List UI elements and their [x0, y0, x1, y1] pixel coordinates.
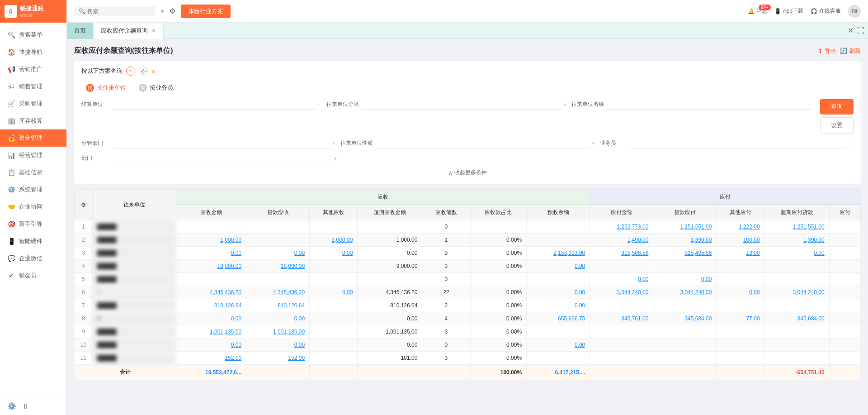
sidebar-item-hardware[interactable]: 📱 智能硬件: [0, 233, 66, 250]
table-cell-name[interactable]: █████: [93, 299, 176, 312]
table-cell-name[interactable]: █████: [93, 260, 176, 273]
gear-icon[interactable]: ⚙: [169, 7, 175, 15]
table-cell[interactable]: 345,684.00: [653, 312, 717, 325]
sidebar-item-purchase[interactable]: 🛒 采购管理: [0, 95, 66, 112]
export-button[interactable]: ⬆ 导出: [818, 47, 836, 55]
table-cell[interactable]: 655,636.75: [527, 312, 590, 325]
unit-name-input[interactable]: [606, 99, 811, 110]
sidebar-item-sales[interactable]: 🏷 销售管理: [0, 78, 66, 95]
search-input[interactable]: [87, 8, 151, 14]
dept-input[interactable]: [113, 153, 332, 163]
settlement-unit-dots[interactable]: ···: [316, 101, 321, 108]
table-cell[interactable]: 0.00: [527, 299, 590, 312]
dropdown-arrow-icon[interactable]: ▾: [161, 8, 164, 14]
sidebar-item-search[interactable]: 🔍 搜索菜单: [0, 26, 66, 43]
settings-bottom-icon[interactable]: ⚙️: [7, 402, 16, 410]
unit-category-input[interactable]: [361, 99, 561, 110]
sidebar-item-system[interactable]: ⚙️ 系统管理: [0, 181, 66, 198]
sidebar-item-enterprise[interactable]: 🤝 企业协同: [0, 198, 66, 215]
sidebar-item-finance[interactable]: 💰 资金管理: [0, 129, 66, 147]
table-cell[interactable]: 0.00: [310, 286, 358, 299]
table-gear-icon[interactable]: ⚙: [81, 202, 86, 208]
online-service-link[interactable]: 🎧 在线客服: [811, 7, 841, 15]
table-cell[interactable]: 1,251,551.00: [764, 220, 829, 234]
table-cell[interactable]: 1,252,773.00: [590, 220, 653, 234]
user-avatar-area[interactable]: Rit: [848, 5, 861, 18]
table-cell[interactable]: 13.00: [717, 247, 764, 260]
table-cell[interactable]: 0.00: [590, 273, 653, 286]
sidebar-item-quicknav[interactable]: 🏠 快捷导航: [0, 43, 66, 61]
table-cell[interactable]: 2,153,333.00: [527, 247, 590, 260]
unit-category-dropdown-icon[interactable]: ▾: [563, 101, 566, 108]
table-cell[interactable]: 1,000.00: [310, 234, 358, 247]
department-input[interactable]: [113, 138, 330, 148]
table-cell[interactable]: 4,345,436.20: [246, 286, 310, 299]
table-cell[interactable]: 0.00: [176, 312, 246, 325]
unit-nature-input[interactable]: [375, 138, 590, 148]
table-cell[interactable]: 1,000.00: [176, 234, 246, 247]
table-cell-name[interactable]: █████: [93, 325, 176, 339]
sidebar-item-operations[interactable]: 📊 经营管理: [0, 147, 66, 164]
table-cell[interactable]: 0.00: [310, 247, 358, 260]
table-cell[interactable]: 3,044,240.00: [764, 286, 829, 299]
table-cell-name[interactable]: █████: [93, 339, 176, 352]
table-cell-name[interactable]: █████: [93, 220, 176, 234]
table-cell[interactable]: 0.00: [527, 260, 590, 273]
table-cell[interactable]: 810,126.64: [176, 299, 246, 312]
table-cell[interactable]: 1,251,551.00: [653, 220, 717, 234]
table-cell[interactable]: 0.00: [527, 339, 590, 352]
table-cell[interactable]: 915,508.56: [590, 247, 653, 260]
sidebar-item-member[interactable]: ✔ 畅会员: [0, 267, 66, 284]
setting-button[interactable]: 设置: [820, 117, 854, 134]
salesman-dots[interactable]: ···: [848, 140, 854, 147]
sidebar-item-guide[interactable]: 🎯 新手引导: [0, 215, 66, 233]
tab-receivable[interactable]: 应收应付余额查询 ✕: [94, 23, 164, 39]
sidebar-item-inventory[interactable]: 🏢 库存核算: [0, 112, 66, 129]
collapse-more-btn[interactable]: ∧ 收起更多条件: [81, 167, 854, 178]
table-cell-name[interactable]: █████: [93, 247, 176, 260]
unit-nature-dropdown-icon[interactable]: ▾: [592, 140, 594, 147]
tab-expand-icon[interactable]: ⛶: [857, 27, 864, 35]
table-cell-name[interactable]: ^: [93, 286, 176, 299]
table-cell-name[interactable]: █████: [93, 352, 176, 365]
table-cell[interactable]: 152.00: [176, 352, 246, 365]
table-cell[interactable]: 1,390.00: [764, 234, 829, 247]
table-cell[interactable]: 1,001,135.00: [246, 325, 310, 339]
table-cell[interactable]: 1,001,135.00: [176, 325, 246, 339]
tab-home[interactable]: 首页: [67, 23, 94, 39]
salesman-input[interactable]: [631, 138, 847, 148]
table-cell[interactable]: 0.00: [176, 339, 246, 352]
table-cell[interactable]: 18,000.00: [246, 260, 310, 273]
table-cell[interactable]: 345,761.00: [590, 312, 653, 325]
table-cell[interactable]: 0.00: [176, 247, 246, 260]
table-cell[interactable]: 4,345,436.20: [176, 286, 246, 299]
table-cell[interactable]: 0.00: [527, 286, 590, 299]
table-container[interactable]: ⚙ 往来单位 应收 应付 应收金额 贷款应收 其他应收 超期应收金额 应收笔数 …: [74, 189, 861, 380]
settlement-unit-input[interactable]: [113, 99, 314, 110]
table-cell-name[interactable]: █████: [93, 234, 176, 247]
table-cell[interactable]: 0.00: [653, 273, 717, 286]
table-cell[interactable]: 915,495.56: [653, 247, 717, 260]
tab-close-all-icon[interactable]: ✕: [848, 26, 854, 35]
table-cell[interactable]: 100.00: [717, 234, 764, 247]
sidebar-item-wechat[interactable]: 💬 企业微信: [0, 250, 66, 267]
tab-close-icon[interactable]: ✕: [151, 28, 156, 34]
table-cell[interactable]: 810,126.64: [246, 299, 310, 312]
table-cell-name[interactable]: P: [93, 312, 176, 325]
table-cell[interactable]: 1,222.00: [717, 220, 764, 234]
scheme-by-salesman[interactable]: 按 按业务员: [134, 81, 178, 95]
filter-setting-icon[interactable]: ◎: [139, 67, 148, 76]
table-cell[interactable]: 345,684.00: [764, 312, 829, 325]
filter-add-button[interactable]: +: [126, 67, 135, 76]
filter-collapse-icon[interactable]: «: [151, 67, 155, 75]
table-cell[interactable]: 3,044,240.00: [590, 286, 653, 299]
header-search-box[interactable]: 🔍: [74, 6, 156, 16]
table-cell[interactable]: 0.00: [246, 312, 310, 325]
table-cell[interactable]: 1,490.00: [590, 234, 653, 247]
department-dropdown-icon[interactable]: ▾: [332, 140, 335, 147]
collapse-icon[interactable]: ⏸: [22, 402, 29, 410]
table-cell[interactable]: 0.00: [717, 286, 764, 299]
table-cell[interactable]: 0.00: [764, 247, 829, 260]
sidebar-item-marketing[interactable]: 📢 营销推广: [0, 61, 66, 78]
sidebar-item-basic[interactable]: 📋 基础信息: [0, 164, 66, 181]
